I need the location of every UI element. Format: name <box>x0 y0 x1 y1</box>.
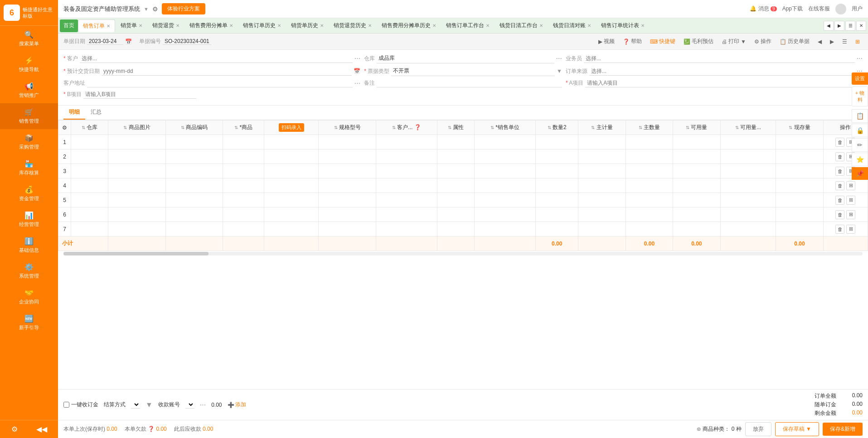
row-customer-code-cell[interactable] <box>376 164 437 178</box>
row-customer-code-cell[interactable] <box>376 178 437 193</box>
history-btn[interactable]: 📋 历史单据 <box>777 37 812 46</box>
col-settings[interactable]: ⚙ <box>58 120 71 135</box>
one-key-deposit-label[interactable]: 一键收订金 <box>63 401 98 409</box>
tab-close-icon[interactable]: ✕ <box>539 23 543 28</box>
invoice-dropdown-icon[interactable]: ▼ <box>557 68 562 74</box>
tab-return-history[interactable]: 销货退货历史 ✕ <box>329 19 376 32</box>
doc-date-value[interactable]: 2023-03-24 <box>87 38 123 45</box>
save-draft-button[interactable]: 保存草稿 ▼ <box>775 422 819 436</box>
save-draft-dropdown-icon[interactable]: ▼ <box>806 426 811 432</box>
address-expand-icon[interactable]: ··· <box>354 79 360 87</box>
row-name-cell[interactable] <box>223 135 264 149</box>
row-main-qty-cell[interactable] <box>626 178 673 193</box>
tab-close-icon[interactable]: ✕ <box>432 23 436 28</box>
row-spec-cell[interactable] <box>319 222 376 236</box>
row-code-cell[interactable] <box>165 193 223 207</box>
tabs-menu-btn[interactable]: ☰ <box>845 21 855 31</box>
profit-btn[interactable]: 💹 毛利预估 <box>681 37 716 46</box>
tab-home[interactable]: 首页 <box>60 19 78 32</box>
settings-gear[interactable]: ⚙ <box>152 5 158 13</box>
warehouse-expand-icon[interactable]: ··· <box>556 54 562 63</box>
row-name-cell[interactable] <box>223 149 264 164</box>
tab-cashflow-reconcile[interactable]: 钱货日清对账 ✕ <box>548 19 596 32</box>
panel-icon-5[interactable]: 📌 <box>852 167 868 180</box>
sub-tab-summary[interactable]: 汇总 <box>85 106 107 120</box>
row-code-cell[interactable] <box>165 207 223 222</box>
tab-cashflow-workbench[interactable]: 钱货日清工作台 ✕ <box>495 19 548 32</box>
row-warehouse-cell[interactable] <box>71 164 108 178</box>
row-code-cell[interactable] <box>165 222 223 236</box>
nav-prev-btn[interactable]: ◀ <box>815 38 824 46</box>
staff-expand-icon[interactable]: ··· <box>857 54 863 63</box>
row-code-cell[interactable] <box>165 164 223 178</box>
row-code-cell[interactable] <box>165 149 223 164</box>
row-main-qty-cell[interactable] <box>626 135 673 149</box>
row-main-qty-cell[interactable] <box>626 149 673 164</box>
row-attribute-cell[interactable] <box>437 135 474 149</box>
row-customer-code-cell[interactable] <box>376 207 437 222</box>
row-customer-code-cell[interactable] <box>376 222 437 236</box>
material-panel-btn[interactable]: + 物料 <box>852 87 868 106</box>
panel-icon-4[interactable]: ⭐ <box>852 153 868 166</box>
col-scan[interactable]: 扫码录入 <box>264 120 319 135</box>
delivery-date-input[interactable] <box>102 67 352 76</box>
sidebar-item-finance[interactable]: 💰 资金管理 <box>0 181 58 207</box>
help-btn[interactable]: ❓ 帮助 <box>620 37 645 46</box>
tab-close-icon[interactable]: ✕ <box>641 23 645 28</box>
online-service-btn[interactable]: 在线客服 <box>808 5 830 13</box>
sidebar-item-quick[interactable]: ⚡ 快捷导航 <box>0 52 58 77</box>
panel-icon-3[interactable]: ✏ <box>852 138 868 152</box>
row-delete-btn[interactable]: 🗑 <box>835 138 844 147</box>
sidebar-item-search[interactable]: 🔍 搜索菜单 <box>0 26 58 52</box>
row-delete-btn[interactable]: 🗑 <box>835 167 844 176</box>
tab-slip-history[interactable]: 销货单历史 ✕ <box>286 19 328 32</box>
solution-button[interactable]: 体验行业方案 <box>162 3 205 14</box>
row-attribute-cell[interactable] <box>437 222 474 236</box>
b-project-input[interactable] <box>83 90 196 99</box>
row-delete-btn[interactable]: 🗑 <box>835 196 844 205</box>
tab-fee-history[interactable]: 销售费用分摊单历史 ✕ <box>377 19 441 32</box>
row-name-cell[interactable] <box>223 164 264 178</box>
save-new-button[interactable]: 保存&新增 <box>823 423 863 436</box>
settlement-expand[interactable]: ▼ <box>145 401 153 409</box>
sidebar-collapse-btn[interactable]: ◀◀ <box>36 425 47 433</box>
current-debt-icon[interactable]: ❓ <box>148 426 155 432</box>
order-source-input[interactable] <box>589 67 855 76</box>
row-qty2-cell[interactable] <box>535 149 578 164</box>
discard-button[interactable]: 放弃 <box>745 422 771 436</box>
row-qty2-cell[interactable] <box>535 178 578 193</box>
calendar-icon[interactable]: 📅 <box>125 39 132 45</box>
row-main-qty-cell[interactable] <box>626 222 673 236</box>
tab-sales-slip[interactable]: 销货单 ✕ <box>116 19 147 32</box>
row-spec-cell[interactable] <box>319 178 376 193</box>
row-attribute-cell[interactable] <box>437 207 474 222</box>
row-spec-cell[interactable] <box>319 207 376 222</box>
tabs-next-btn[interactable]: ▶ <box>834 21 844 31</box>
row-delete-btn[interactable]: 🗑 <box>835 181 844 190</box>
scrollbar-thumb[interactable] <box>63 252 209 255</box>
scan-button[interactable]: 扫码录入 <box>279 123 304 132</box>
row-attribute-cell[interactable] <box>437 178 474 193</box>
view-btn[interactable]: ▶ 视频 <box>596 37 617 46</box>
app-download-btn[interactable]: App下载 <box>782 5 803 13</box>
row-delete-btn[interactable]: 🗑 <box>835 225 844 234</box>
list-view-btn[interactable]: ☰ <box>839 38 850 46</box>
tab-order-stats[interactable]: 销售订单统计表 ✕ <box>596 19 649 32</box>
tab-sales-order[interactable]: 销售订单 ✕ <box>78 19 115 32</box>
sidebar-item-marketing[interactable]: 📢 营销推广 <box>0 77 58 103</box>
row-warehouse-cell[interactable] <box>71 149 108 164</box>
row-attribute-cell[interactable] <box>437 149 474 164</box>
sidebar-item-inventory[interactable]: 🏪 库存核算 <box>0 155 58 181</box>
panel-icon-2[interactable]: 🔒 <box>852 124 868 137</box>
shortcut-btn[interactable]: ⌨ 快捷键 <box>647 37 678 46</box>
staff-input[interactable] <box>584 54 855 63</box>
tab-close-icon[interactable]: ✕ <box>486 23 490 28</box>
row-spec-cell[interactable] <box>319 135 376 149</box>
row-copy-btn[interactable]: ⊞ <box>846 181 855 190</box>
row-warehouse-cell[interactable] <box>71 222 108 236</box>
tab-close-icon[interactable]: ✕ <box>229 23 233 28</box>
horizontal-scrollbar[interactable] <box>63 252 863 255</box>
row-copy-btn[interactable]: ⊞ <box>846 210 855 219</box>
row-warehouse-cell[interactable] <box>71 207 108 222</box>
user-name[interactable]: 用户 <box>852 5 863 13</box>
